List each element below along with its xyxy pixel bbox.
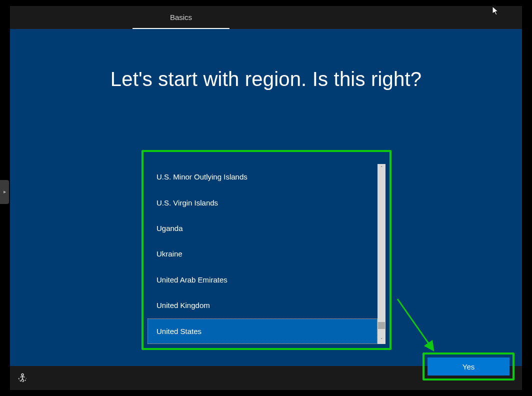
tab-basics[interactable]: Basics [132, 6, 230, 29]
region-item[interactable]: U.S. Virgin Islands [148, 190, 378, 215]
tab-bar: Basics [10, 6, 522, 29]
region-item-label: U.S. Virgin Islands [156, 198, 218, 207]
window-frame: Basics Let's start with region. Is this … [10, 6, 522, 390]
yes-button-label: Yes [462, 362, 474, 371]
region-item-label: Uganda [156, 224, 183, 232]
region-item-label: Ukraine [156, 250, 182, 258]
svg-point-2 [22, 374, 24, 376]
chevron-right-icon: ▶ [4, 190, 6, 194]
region-item[interactable]: Ukraine [148, 241, 378, 266]
scroll-down-button[interactable]: ˅ [378, 336, 386, 344]
region-item-label: U.S. Minor Outlying Islands [156, 172, 248, 181]
yes-button[interactable]: Yes [428, 358, 510, 376]
region-item-label: United States [156, 327, 202, 336]
region-item[interactable]: Uganda [148, 216, 378, 241]
region-item-label: United Arab Emirates [156, 276, 228, 284]
region-item[interactable]: United Kingdom [148, 292, 378, 318]
region-list[interactable]: U.S. Minor Outlying IslandsU.S. Virgin I… [148, 164, 378, 344]
region-item[interactable]: United Arab Emirates [148, 267, 378, 292]
scroll-up-button[interactable]: ˄ [378, 164, 386, 172]
region-item-label: United Kingdom [156, 301, 210, 310]
scrollbar[interactable]: ˄ ˅ [378, 164, 386, 344]
vm-toolbar-handle[interactable]: ▶ [0, 180, 9, 204]
content-area: Let's start with region. Is this right? … [10, 29, 522, 366]
scroll-thumb[interactable] [378, 322, 385, 329]
tab-label: Basics [170, 13, 192, 22]
chevron-down-icon: ˅ [380, 338, 383, 342]
annotation-arrow [392, 294, 442, 359]
handle-grip: ▶ [2, 184, 7, 200]
region-list-container: U.S. Minor Outlying IslandsU.S. Virgin I… [148, 164, 386, 344]
region-item[interactable]: U.S. Minor Outlying Islands [148, 164, 378, 190]
page-title: Let's start with region. Is this right? [110, 68, 422, 90]
svg-line-1 [398, 299, 432, 349]
chevron-up-icon: ˄ [380, 166, 383, 170]
accessibility-icon[interactable] [17, 372, 28, 384]
region-item[interactable]: United States [148, 318, 378, 344]
